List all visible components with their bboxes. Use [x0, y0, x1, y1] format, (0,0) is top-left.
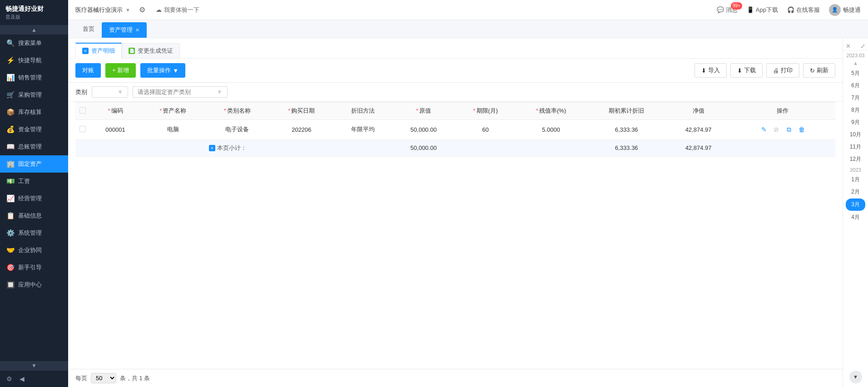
print-button[interactable]: 🖨 打印 — [766, 63, 799, 78]
sidebar-scroll-down[interactable]: ▼ — [0, 361, 68, 370]
feedback-label: 我要体验一下 — [164, 6, 199, 14]
category-input[interactable]: ▼ — [133, 86, 228, 98]
content-area: ≡ 资产明细 📄 变更生成凭证 对账 + 新增 批量操作 ▼ — [68, 38, 868, 387]
row-checkbox[interactable] — [79, 126, 86, 132]
download-button[interactable]: ⬇ 下载 — [730, 63, 763, 78]
sidebar-item-sales[interactable]: 📊 销售管理 — [0, 69, 68, 86]
service-icon: 🎧 — [787, 6, 794, 13]
row-checkbox-cell[interactable] — [75, 120, 90, 140]
sidebar-item-quicknav[interactable]: ⚡ 快捷导航 — [0, 52, 68, 69]
month-2[interactable]: 2月 — [843, 186, 868, 198]
settings-icon[interactable]: ⚙ — [6, 375, 12, 382]
print-btn-label: 打印 — [781, 66, 793, 74]
month-10[interactable]: 10月 — [843, 129, 868, 141]
batch-button[interactable]: 批量操作 ▼ — [140, 63, 185, 78]
sidebar-item-basic-info[interactable]: 📋 基础信息 — [0, 207, 68, 224]
scroll-up-arrow[interactable]: ▲ — [853, 59, 858, 67]
sub-tab-change-voucher[interactable]: 📄 变更生成凭证 — [122, 43, 180, 58]
tab-asset-management[interactable]: 资产管理 ✕ — [102, 22, 147, 38]
operations-icon: 📈 — [6, 194, 15, 203]
new-btn-label: + 新增 — [112, 66, 129, 74]
download-icon: 📱 — [747, 6, 754, 13]
app-edition: 普及版 — [5, 14, 63, 20]
cell-net-value: 42,874.97 — [667, 120, 730, 140]
tab-home[interactable]: 首页 — [75, 21, 102, 38]
select-all-checkbox[interactable] — [79, 107, 86, 114]
month-8[interactable]: 8月 — [843, 104, 868, 116]
user-menu[interactable]: 👤 畅捷通 — [829, 4, 861, 16]
sidebar-item-label: 应用中心 — [18, 281, 42, 289]
month-6[interactable]: 6月 — [843, 79, 868, 92]
page-size-select[interactable]: 50 10 20 100 — [91, 373, 116, 383]
refresh-button[interactable]: ↻ 刷新 — [803, 63, 835, 78]
sidebar-item-enterprise[interactable]: 🤝 企业协同 — [0, 242, 68, 259]
import-button[interactable]: ⬇ 导入 — [694, 63, 727, 78]
sidebar-bottom: ⚙ ◀ — [0, 370, 68, 387]
topbar: 医疗器械行业演示 ▼ ⚙ ☁ 我要体验一下 💬 消息 99+ 📱 App下载 🎧… — [68, 0, 868, 20]
sidebar-scroll-up[interactable]: ▲ — [0, 25, 68, 35]
close-panel-icon[interactable]: ✕ — [846, 43, 851, 50]
tab-close-icon[interactable]: ✕ — [135, 27, 139, 33]
copy-button[interactable]: ⧉ — [784, 124, 794, 135]
month-5[interactable]: 5月 — [843, 67, 868, 79]
messages-button[interactable]: 💬 消息 99+ — [717, 6, 738, 14]
month-11[interactable]: 11月 — [843, 141, 868, 153]
app-download-button[interactable]: 📱 App下载 — [747, 6, 778, 14]
download-btn-label: 下载 — [744, 66, 756, 74]
ledger-icon: 📖 — [6, 143, 15, 151]
ledger-button[interactable]: 对账 — [75, 63, 101, 78]
sidebar-item-app-center[interactable]: 🔲 应用中心 — [0, 276, 68, 293]
month-4[interactable]: 4月 — [843, 211, 868, 223]
col-period: *期限(月) — [455, 102, 516, 120]
sidebar-item-ledger[interactable]: 📖 总账管理 — [0, 138, 68, 155]
subtotal-accumulated-depreciation: 6,333.36 — [586, 139, 667, 156]
ledger-btn-label: 对账 — [82, 66, 94, 74]
month-3[interactable]: 3月 — [846, 198, 865, 211]
settings-button[interactable]: ⚙ — [136, 4, 149, 16]
new-button[interactable]: + 新增 — [105, 63, 136, 78]
panel-down-button[interactable]: ▼ — [849, 371, 862, 383]
online-service-button[interactable]: 🎧 在线客服 — [787, 6, 820, 14]
edit-button[interactable]: ✎ — [759, 124, 769, 135]
sidebar-item-operations[interactable]: 📈 经营管理 — [0, 190, 68, 207]
sidebar-item-label: 搜索菜单 — [18, 39, 42, 47]
sidebar-item-finance[interactable]: 💰 资金管理 — [0, 121, 68, 138]
dropdown-icon: ▼ — [217, 89, 223, 95]
batch-btn-label: 批量操作 — [147, 66, 171, 74]
pagination-bar: 每页 50 10 20 100 条，共 1 条 — [68, 369, 843, 387]
download-file-icon: ⬇ — [737, 67, 742, 74]
category-input-field[interactable] — [138, 89, 214, 95]
month-7[interactable]: 7月 — [843, 92, 868, 104]
cell-code: 000001 — [90, 120, 141, 140]
finance-icon: 💰 — [6, 125, 15, 134]
sidebar-item-payroll[interactable]: 💵 工资 — [0, 173, 68, 190]
feedback-button[interactable]: ☁ 我要体验一下 — [156, 6, 199, 14]
month-12[interactable]: 12月 — [843, 153, 868, 165]
expand-panel-icon[interactable]: ⤢ — [860, 43, 865, 50]
cell-residual-rate: 5.0000 — [516, 120, 586, 140]
list-icon: ≡ — [82, 48, 89, 54]
payroll-icon: 💵 — [6, 177, 15, 185]
sidebar-item-system[interactable]: ⚙️ 系统管理 — [0, 224, 68, 242]
sidebar-item-inventory[interactable]: 📦 库存核算 — [0, 104, 68, 121]
category-filter[interactable]: ▼ — [92, 86, 128, 98]
total-count: 条，共 1 条 — [120, 374, 150, 382]
sidebar-item-purchase[interactable]: 🛒 采购管理 — [0, 86, 68, 104]
delete-button[interactable]: 🗑 — [796, 124, 807, 135]
disable-button[interactable]: ⊘ — [771, 124, 782, 135]
company-name: 医疗器械行业演示 — [75, 6, 123, 14]
filter-label: 类别 — [75, 88, 87, 96]
assets-table: *编码 *资产名称 *类别名称 *购买日期 折旧方法 *原值 *期限(月) *残… — [75, 102, 835, 157]
cloud-icon: ☁ — [156, 6, 162, 13]
sub-tabs: ≡ 资产明细 📄 变更生成凭证 — [68, 38, 843, 59]
select-all-header[interactable] — [75, 102, 90, 120]
sidebar-item-guide[interactable]: 🎯 新手引导 — [0, 259, 68, 276]
tab-bar: 首页 资产管理 ✕ — [68, 20, 868, 38]
month-1[interactable]: 1月 — [843, 174, 868, 186]
sidebar-item-search[interactable]: 🔍 搜索菜单 — [0, 35, 68, 52]
company-selector[interactable]: 医疗器械行业演示 ▼ — [75, 6, 130, 14]
month-9[interactable]: 9月 — [843, 116, 868, 129]
collapse-icon[interactable]: ◀ — [20, 375, 25, 382]
sidebar-item-fixed-assets[interactable]: 🏢 固定资产 — [0, 155, 68, 173]
sub-tab-asset-detail[interactable]: ≡ 资产明细 — [75, 43, 122, 59]
